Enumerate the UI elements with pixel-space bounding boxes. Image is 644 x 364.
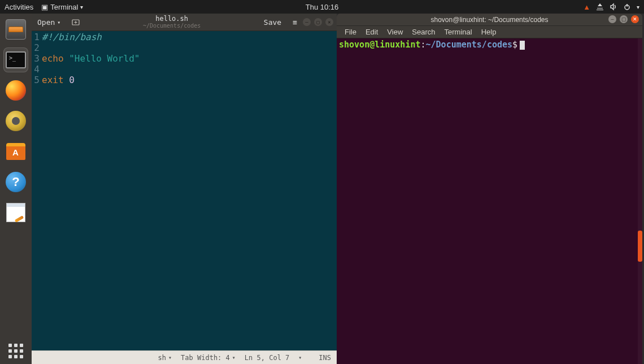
close-button[interactable]: ✕ [325,18,333,26]
menu-help[interactable]: Help [477,28,501,36]
dock-terminal[interactable] [3,47,28,72]
terminal-window: shovon@linuxhint: ~/Documents/codes – ▢ … [337,14,642,364]
dock-system-settings[interactable] [3,109,28,133]
language-label: sh [158,354,166,362]
terminal-window-controls: – ▢ ✕ [608,15,639,23]
gedit-title: hello.sh ~/Documents/codes [85,15,258,29]
minimize-button[interactable]: – [303,18,311,26]
gedit-filename: hello.sh [85,15,258,23]
menu-search[interactable]: Search [407,28,440,36]
prompt-separator: : [421,40,426,50]
code-line-5-cmd: exit [42,75,64,85]
terminal-title: shovon@linuxhint: ~/Documents/codes [431,16,549,24]
menu-view[interactable]: View [382,28,407,36]
clock[interactable]: Thu 10:16 [306,3,339,11]
gedit-filepath: ~/Documents/codes [85,23,258,29]
gedit-window: Open ▾ hello.sh ~/Documents/codes Save ≡… [32,14,337,364]
code-line-2 [42,42,140,53]
save-button[interactable]: Save [258,14,287,31]
tabwidth-label: Tab Width: 4 [181,354,230,362]
focused-app-label: Terminal [50,3,78,11]
close-button[interactable]: ✕ [631,15,639,23]
gnome-top-panel: Activities ▣ Terminal ▾ Thu 10:16 ▲ ▾ [0,0,644,14]
open-button[interactable]: Open ▾ [32,14,66,31]
tabwidth-selector[interactable]: Tab Width: 4▾ [181,354,236,362]
hamburger-icon: ≡ [293,18,297,27]
minimize-button[interactable]: – [608,15,616,23]
terminal-titlebar[interactable]: shovon@linuxhint: ~/Documents/codes – ▢ … [337,14,642,26]
prompt-dollar: $ [512,40,517,50]
line-number-gutter: 12345 [32,32,40,350]
power-icon[interactable] [623,3,631,11]
gedit-window-controls: – ▢ ✕ [303,18,337,26]
show-applications-button[interactable] [8,344,23,358]
gedit-statusbar: sh▾ Tab Width: 4▾ Ln 5, Col 7 ▾ INS [32,350,337,364]
hamburger-menu-button[interactable]: ≡ [287,14,303,31]
maximize-button[interactable]: ▢ [314,18,322,26]
cursor-position: Ln 5, Col 7 [245,354,289,362]
chevron-down-icon: ▾ [57,19,60,25]
new-tab-button[interactable] [66,14,85,31]
volume-icon[interactable] [610,3,617,11]
maximize-button[interactable]: ▢ [620,15,628,23]
code-line-3-cmd: echo [42,53,64,64]
open-label: Open [37,18,55,27]
warning-icon[interactable]: ▲ [583,3,590,11]
prompt-path: ~/Documents/codes [426,40,513,50]
menu-terminal[interactable]: Terminal [440,28,477,36]
network-icon[interactable] [596,3,604,11]
code-line-5-num: 0 [64,75,75,85]
language-selector[interactable]: sh▾ [158,354,172,362]
code-line-3-str: "Hello World" [64,53,140,64]
chevron-down-icon: ▾ [232,354,236,361]
terminal-menubar: File Edit View Search Terminal Help [337,26,642,38]
menu-file[interactable]: File [340,28,361,36]
dock-help[interactable]: ? [3,170,28,194]
new-tab-icon [72,18,80,26]
code-line-4 [42,64,140,75]
focused-app-indicator[interactable]: ▣ Terminal ▾ [41,3,83,11]
scrollbar-thumb[interactable] [638,231,642,262]
terminal-small-icon: ▣ [41,3,48,11]
dock-firefox[interactable] [3,78,28,103]
terminal-cursor [520,41,525,50]
system-menu-chevron-icon[interactable]: ▾ [637,4,639,10]
chevron-down-icon[interactable]: ▾ [298,354,302,361]
chevron-down-icon: ▾ [168,354,172,361]
dock-files[interactable] [3,17,28,42]
gedit-headerbar: Open ▾ hello.sh ~/Documents/codes Save ≡… [32,14,337,31]
launcher-dock: ? [0,14,32,364]
code-line-1: #!/bin/bash [42,32,102,42]
terminal-body[interactable]: shovon@linuxhint:~/Documents/codes$ [337,38,642,364]
activities-button[interactable]: Activities [5,3,33,11]
code-content[interactable]: #!/bin/bash echo "Hello World" exit 0 [40,32,140,350]
gedit-editor-area[interactable]: 12345 #!/bin/bash echo "Hello World" exi… [32,31,337,350]
insert-mode[interactable]: INS [319,354,331,362]
chevron-down-icon: ▾ [80,4,83,10]
menu-edit[interactable]: Edit [361,28,382,36]
dock-text-editor[interactable] [3,200,28,225]
dock-software[interactable] [3,139,28,164]
prompt-userhost: shovon@linuxhint [339,40,421,50]
terminal-scrollbar[interactable] [638,38,642,364]
